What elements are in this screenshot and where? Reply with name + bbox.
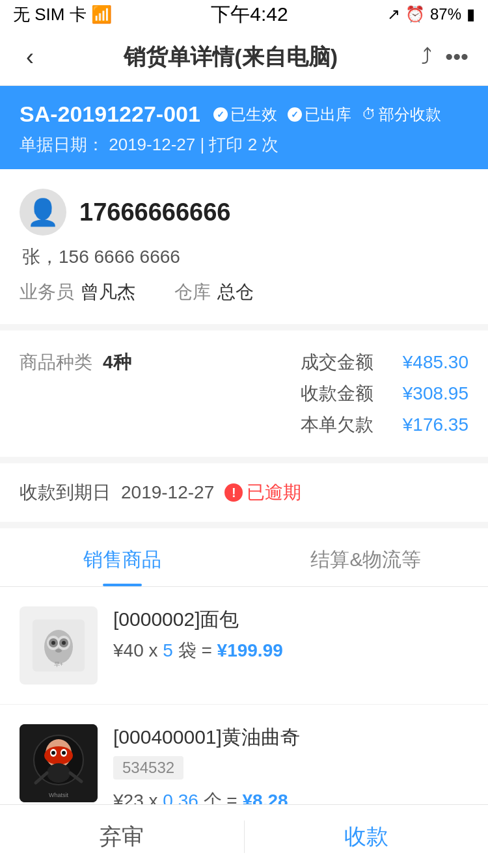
battery-icon: ▮ bbox=[467, 5, 475, 23]
deal-amount-value: ¥485.30 bbox=[384, 352, 468, 373]
overdue-text: 已逾期 bbox=[247, 480, 301, 505]
stats-right: 成交金额 ¥485.30 收款金额 ¥308.95 本单欠款 ¥176.35 bbox=[301, 350, 468, 437]
shipped-icon: ✓ bbox=[288, 107, 302, 122]
sales-meta: 业务员 曾凡杰 bbox=[20, 280, 135, 305]
stats-row: 商品种类 4种 成交金额 ¥485.30 收款金额 ¥308.95 本单欠款 ¥… bbox=[20, 350, 468, 437]
more-icon[interactable]: ••• bbox=[445, 44, 468, 70]
product-info-1: [0000002]面包 ¥40 x 5 袋 = ¥199.99 bbox=[113, 606, 468, 663]
due-section: 收款到期日 2019-12-27 ! 已逾期 bbox=[0, 463, 488, 522]
svg-point-17 bbox=[62, 751, 66, 755]
status-bar: 无 SIM 卡 📶 下午4:42 ↗ ⏰ 87% ▮ bbox=[0, 0, 488, 29]
status-carrier: 无 SIM 卡 📶 bbox=[13, 3, 112, 26]
product-image-1: 早+ bbox=[33, 619, 85, 671]
customer-meta: 业务员 曾凡杰 仓库 总仓 bbox=[20, 280, 468, 305]
customer-row: 👤 17666666666 bbox=[20, 189, 468, 236]
warehouse-label: 仓库 bbox=[174, 280, 211, 305]
status-indicators: ↗ ⏰ 87% ▮ bbox=[387, 5, 475, 23]
customer-id: 17666666666 bbox=[79, 198, 230, 226]
print-info: | 打印 2 次 bbox=[200, 135, 278, 154]
customer-avatar: 👤 bbox=[20, 189, 66, 236]
product-sku-2: 534532 bbox=[113, 756, 183, 780]
back-button[interactable]: ‹ bbox=[20, 37, 40, 77]
status-shipped-label: 已出库 bbox=[305, 104, 351, 125]
svg-point-18 bbox=[47, 763, 70, 783]
effective-icon: ✓ bbox=[213, 107, 228, 122]
share-icon[interactable]: ⤴ bbox=[421, 44, 432, 70]
product-name-1: [0000002]面包 bbox=[113, 606, 468, 633]
svg-point-7 bbox=[62, 641, 66, 645]
date-label: 单据日期： bbox=[20, 135, 104, 154]
svg-point-8 bbox=[55, 649, 62, 653]
status-badges: ✓ 已生效 ✓ 已出库 ⏱ 部分收款 bbox=[213, 104, 441, 125]
cancel-button[interactable]: 弃审 bbox=[0, 805, 244, 868]
page-title: 销货单详情(来自电脑) bbox=[124, 42, 338, 72]
svg-point-6 bbox=[51, 641, 55, 645]
order-header: SA-20191227-001 ✓ 已生效 ✓ 已出库 ⏱ 部分收款 单据日期：… bbox=[0, 86, 488, 169]
deal-amount-item: 成交金额 ¥485.30 bbox=[301, 350, 468, 375]
sales-value: 曾凡杰 bbox=[81, 280, 135, 305]
product-image-2: Whatsit bbox=[20, 724, 98, 802]
product-thumb-1: 早+ bbox=[20, 606, 98, 685]
received-value: ¥308.95 bbox=[384, 383, 468, 404]
customer-contact: 张，156 6666 6666 bbox=[20, 245, 468, 269]
tabs-section: 销售商品 结算&物流等 bbox=[0, 528, 488, 587]
unit-1: 袋 bbox=[178, 640, 197, 660]
price-unit-1: ¥40 bbox=[113, 640, 144, 660]
clock-icon: ⏱ bbox=[362, 106, 376, 123]
debt-label: 本单欠款 bbox=[301, 413, 373, 437]
battery-level: 87% bbox=[430, 5, 461, 23]
received-item: 收款金额 ¥308.95 bbox=[301, 381, 468, 406]
debt-item: 本单欠款 ¥176.35 bbox=[301, 413, 468, 437]
sales-label: 业务员 bbox=[20, 280, 74, 305]
location-icon: ↗ bbox=[387, 5, 400, 23]
overdue-badge: ! 已逾期 bbox=[224, 480, 301, 505]
overdue-icon: ! bbox=[224, 483, 243, 502]
customer-section: 👤 17666666666 张，156 6666 6666 业务员 曾凡杰 仓库… bbox=[0, 169, 488, 324]
alarm-icon: ⏰ bbox=[405, 5, 425, 23]
svg-point-13 bbox=[44, 746, 73, 765]
due-date-label: 收款到期日 bbox=[20, 480, 111, 505]
product-item: 早+ [0000002]面包 ¥40 x 5 袋 = ¥199.99 bbox=[0, 587, 488, 705]
stats-section: 商品种类 4种 成交金额 ¥485.30 收款金额 ¥308.95 本单欠款 ¥… bbox=[0, 331, 488, 457]
received-label: 收款金额 bbox=[301, 381, 373, 406]
deal-amount-label: 成交金额 bbox=[301, 350, 373, 375]
order-id-row: SA-20191227-001 ✓ 已生效 ✓ 已出库 ⏱ 部分收款 bbox=[20, 102, 468, 127]
product-thumb-2: Whatsit bbox=[20, 724, 98, 802]
status-shipped: ✓ 已出库 bbox=[288, 104, 351, 125]
order-id: SA-20191227-001 bbox=[20, 102, 200, 127]
svg-text:Whatsit: Whatsit bbox=[49, 792, 69, 798]
order-date-row: 单据日期： 2019-12-27 | 打印 2 次 bbox=[20, 133, 468, 156]
bottom-bar: 弃审 收款 bbox=[0, 804, 488, 868]
product-info-2: [000400001]黄油曲奇 534532 ¥23 x 0.36 个 = ¥8… bbox=[113, 724, 468, 813]
debt-value: ¥176.35 bbox=[384, 414, 468, 435]
confirm-button[interactable]: 收款 bbox=[245, 805, 489, 868]
status-partial-label: 部分收款 bbox=[379, 104, 441, 125]
product-price-1: ¥40 x 5 袋 = ¥199.99 bbox=[113, 638, 468, 663]
total-1: ¥199.99 bbox=[217, 640, 283, 660]
stats-left: 商品种类 4种 bbox=[20, 350, 131, 375]
status-partial: ⏱ 部分收款 bbox=[362, 104, 441, 125]
svg-text:早+: 早+ bbox=[54, 661, 63, 668]
price-x-1: x bbox=[149, 640, 163, 660]
status-effective-label: 已生效 bbox=[230, 104, 277, 125]
product-name-2: [000400001]黄油曲奇 bbox=[113, 724, 468, 751]
nav-bar: ‹ 销货单详情(来自电脑) ⤴ ••• bbox=[0, 29, 488, 86]
product-types-label: 商品种类 bbox=[20, 350, 92, 375]
equals-1: = bbox=[201, 640, 217, 660]
order-date: 2019-12-27 bbox=[109, 135, 195, 154]
qty-1: 5 bbox=[163, 640, 173, 660]
products-section: 早+ [0000002]面包 ¥40 x 5 袋 = ¥199.99 bbox=[0, 587, 488, 834]
due-date-value: 2019-12-27 bbox=[121, 482, 214, 503]
svg-point-16 bbox=[51, 751, 55, 755]
tab-settlement[interactable]: 结算&物流等 bbox=[244, 528, 488, 586]
warehouse-meta: 仓库 总仓 bbox=[174, 280, 254, 305]
tab-sales[interactable]: 销售商品 bbox=[0, 528, 244, 586]
avatar-icon: 👤 bbox=[27, 197, 59, 228]
product-types-count: 4种 bbox=[103, 350, 131, 375]
warehouse-value: 总仓 bbox=[217, 280, 254, 305]
status-effective: ✓ 已生效 bbox=[213, 104, 277, 125]
nav-actions: ⤴ ••• bbox=[421, 44, 468, 70]
status-time: 下午4:42 bbox=[211, 1, 288, 28]
